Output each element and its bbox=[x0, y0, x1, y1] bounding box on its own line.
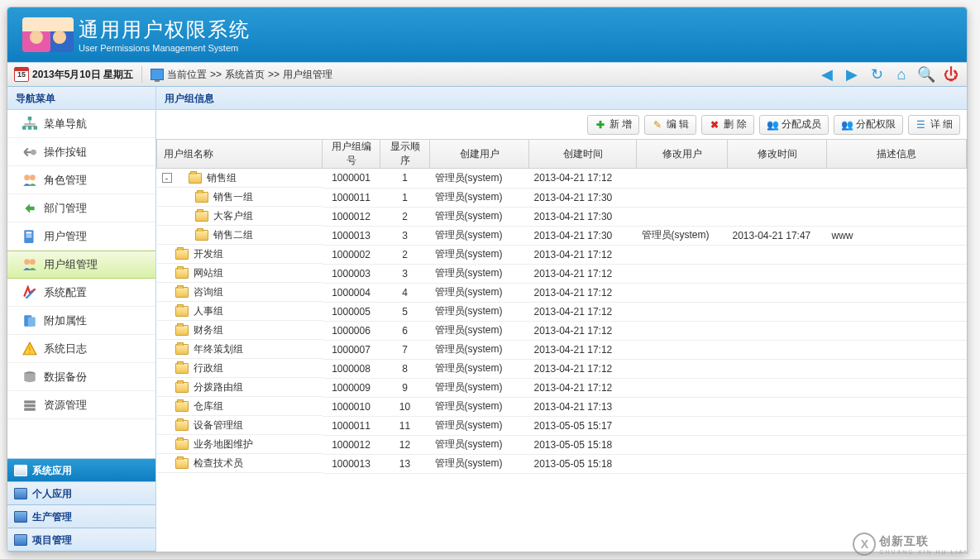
nav-icon bbox=[22, 285, 37, 300]
forward-icon[interactable]: ▶ bbox=[843, 65, 861, 84]
table-row[interactable]: 人事组10000055管理员(system)2013-04-21 17:12 bbox=[157, 302, 967, 321]
col-modified[interactable]: 修改时间 bbox=[728, 140, 827, 169]
col-created[interactable]: 创建时间 bbox=[529, 140, 637, 169]
back-icon[interactable]: ◀ bbox=[818, 65, 836, 84]
cell-modifier bbox=[637, 283, 728, 302]
sidebar-item-8[interactable]: !系统日志 bbox=[7, 335, 155, 363]
svg-point-15 bbox=[30, 259, 36, 265]
search-icon[interactable]: 🔍 bbox=[917, 65, 935, 84]
col-modifier[interactable]: 修改用户 bbox=[637, 140, 728, 169]
cell-modifier bbox=[637, 188, 728, 207]
sidebar-item-2[interactable]: 角色管理 bbox=[7, 166, 155, 194]
table-row[interactable]: 网站组10000033管理员(system)2013-04-21 17:12 bbox=[157, 264, 967, 283]
cell-desc bbox=[827, 359, 967, 378]
sidebar-item-6[interactable]: 系统配置 bbox=[7, 279, 155, 307]
cell-modified bbox=[728, 169, 827, 189]
cell-desc bbox=[827, 321, 967, 340]
cell-order: 7 bbox=[380, 340, 430, 359]
table-row[interactable]: 销售一组10000111管理员(system)2013-04-21 17:30 bbox=[157, 188, 967, 207]
cell-desc bbox=[827, 207, 967, 226]
sidebar-item-1[interactable]: 操作按钮 bbox=[7, 138, 155, 166]
cell-modified bbox=[728, 245, 827, 264]
accordion-panel-2[interactable]: 生产管理 bbox=[7, 505, 155, 528]
sidebar-item-5[interactable]: 用户组管理 bbox=[7, 251, 155, 279]
sidebar-item-4[interactable]: 用户管理 bbox=[7, 222, 155, 251]
cell-code: 1000010 bbox=[323, 397, 380, 416]
nav-icon bbox=[22, 201, 37, 216]
edit-button[interactable]: ✎编 辑 bbox=[644, 115, 696, 135]
table-row[interactable]: 销售二组10000133管理员(system)2013-04-21 17:30管… bbox=[157, 226, 967, 245]
app-header: 通用用户权限系统 User Permissions Management Sys… bbox=[7, 7, 967, 62]
nav-label: 操作按钮 bbox=[44, 145, 87, 160]
sidebar-item-7[interactable]: 附加属性 bbox=[7, 307, 155, 335]
cell-modifier bbox=[637, 435, 728, 454]
accordion-panel-1[interactable]: 个人应用 bbox=[7, 482, 155, 505]
table-row[interactable]: 设备管理组100001111管理员(system)2013-05-05 15:1… bbox=[157, 416, 967, 435]
cell-order: 10 bbox=[380, 397, 430, 416]
delete-button[interactable]: ✖删 除 bbox=[701, 115, 753, 135]
cell-modified bbox=[728, 397, 827, 416]
table-row[interactable]: -销售组10000011管理员(system)2013-04-21 17:12 bbox=[157, 169, 967, 189]
col-code[interactable]: 用户组编号 bbox=[323, 140, 380, 169]
cell-modifier bbox=[637, 321, 728, 340]
cell-modified bbox=[728, 454, 827, 473]
cell-creator: 管理员(system) bbox=[430, 169, 529, 189]
table-row[interactable]: 开发组10000022管理员(system)2013-04-21 17:12 bbox=[157, 245, 967, 264]
refresh-icon[interactable]: ↻ bbox=[868, 65, 886, 84]
nav-label: 资源管理 bbox=[44, 398, 87, 413]
col-creator[interactable]: 创建用户 bbox=[430, 140, 529, 169]
table-row[interactable]: 财务组10000066管理员(system)2013-04-21 17:12 bbox=[157, 321, 967, 340]
table-row[interactable]: 分拨路由组10000099管理员(system)2013-04-21 17:12 bbox=[157, 378, 967, 397]
table-row[interactable]: 年终策划组10000077管理员(system)2013-04-21 17:12 bbox=[157, 340, 967, 359]
accordion-panel-3[interactable]: 项目管理 bbox=[7, 528, 155, 552]
table-row[interactable]: 仓库组100001010管理员(system)2013-04-21 17:13 bbox=[157, 397, 967, 416]
detail-button[interactable]: ☰详 细 bbox=[908, 115, 960, 135]
table-row[interactable]: 大客户组10000122管理员(system)2013-04-21 17:30 bbox=[157, 207, 967, 226]
cell-modifier bbox=[637, 302, 728, 321]
svg-point-7 bbox=[31, 149, 36, 155]
cell-desc: www bbox=[827, 226, 967, 245]
sidebar-item-3[interactable]: 部门管理 bbox=[7, 194, 155, 222]
cell-modifier bbox=[637, 378, 728, 397]
folder-icon bbox=[175, 401, 189, 412]
home-icon[interactable]: ⌂ bbox=[892, 65, 911, 84]
col-order[interactable]: 显示顺序 bbox=[380, 140, 430, 169]
cell-order: 8 bbox=[380, 359, 430, 378]
cell-creator: 管理员(system) bbox=[430, 226, 529, 245]
cell-code: 1000002 bbox=[323, 245, 380, 264]
expand-icon[interactable]: - bbox=[162, 173, 172, 183]
add-button[interactable]: ✚新 增 bbox=[587, 115, 639, 135]
col-desc[interactable]: 描述信息 bbox=[827, 140, 967, 169]
assign-perm-button[interactable]: 👥分配权限 bbox=[834, 115, 903, 135]
folder-icon bbox=[175, 306, 189, 317]
cell-modifier bbox=[637, 397, 728, 416]
table-row[interactable]: 业务地图维护100001212管理员(system)2013-05-05 15:… bbox=[157, 435, 967, 454]
nav-icon bbox=[22, 117, 37, 131]
sidebar-item-10[interactable]: 资源管理 bbox=[7, 391, 155, 419]
table-row[interactable]: 咨询组10000044管理员(system)2013-04-21 17:12 bbox=[157, 283, 967, 302]
cell-created: 2013-04-21 17:13 bbox=[529, 397, 637, 416]
cell-modified: 2013-04-21 17:47 bbox=[728, 226, 827, 245]
table-row[interactable]: 行政组10000088管理员(system)2013-04-21 17:12 bbox=[157, 359, 967, 378]
nav-label: 附加属性 bbox=[44, 313, 87, 328]
table-row[interactable]: 检查技术员100001313管理员(system)2013-05-05 15:1… bbox=[157, 454, 967, 473]
watermark: X 创新互联 CHUANG XIN HU LIAN bbox=[853, 533, 970, 556]
cell-code: 1000011 bbox=[323, 416, 380, 435]
action-bar: ✚新 增 ✎编 辑 ✖删 除 👥分配成员 👥分配权限 ☰详 细 bbox=[156, 110, 967, 140]
col-name[interactable]: 用户组名称 bbox=[157, 140, 323, 169]
row-name: 仓库组 bbox=[194, 399, 223, 413]
breadcrumb-home[interactable]: 系统首页 bbox=[225, 68, 265, 82]
breadcrumb-current: 用户组管理 bbox=[283, 68, 332, 82]
sidebar-item-9[interactable]: 数据备份 bbox=[7, 363, 155, 391]
cell-code: 1000011 bbox=[323, 188, 380, 207]
cell-modifier bbox=[637, 169, 728, 189]
folder-icon bbox=[175, 249, 189, 260]
date-display: 15 2013年5月10日 星期五 bbox=[14, 67, 133, 82]
accordion-panel-0[interactable]: 系统应用 bbox=[7, 459, 155, 482]
power-icon[interactable]: ⏻ bbox=[942, 65, 960, 84]
sidebar-item-0[interactable]: 菜单导航 bbox=[7, 110, 155, 138]
folder-icon bbox=[175, 344, 189, 355]
svg-point-9 bbox=[30, 174, 36, 180]
cell-creator: 管理员(system) bbox=[430, 416, 529, 435]
assign-member-button[interactable]: 👥分配成员 bbox=[759, 115, 829, 135]
